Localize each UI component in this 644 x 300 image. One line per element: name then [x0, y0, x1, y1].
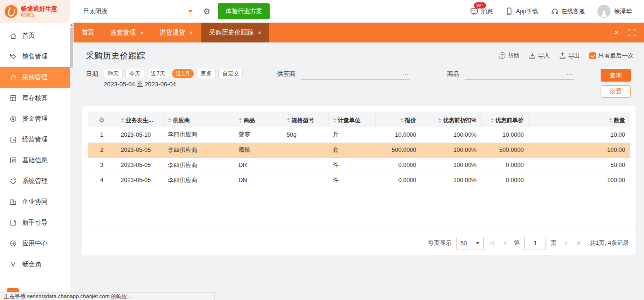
supplier-input[interactable]	[301, 69, 401, 79]
cell-unit-price: 10.0000	[481, 127, 528, 142]
column-header-unit-price[interactable]: 优惠前单价	[481, 112, 528, 127]
supplier-picker-button[interactable]: ⋯	[401, 69, 410, 79]
cell-supplier: 李四供应商	[163, 173, 234, 188]
column-header-spec[interactable]: 规格型号	[282, 112, 328, 127]
sidebar-item-app-center[interactable]: 应用中心	[0, 233, 70, 254]
sidebar-item-collaboration[interactable]: 企业协同	[0, 192, 70, 212]
scrollbar-thumb[interactable]	[70, 27, 73, 68]
checkbox-checked-icon	[589, 52, 596, 59]
user-menu[interactable]: 徐泽华	[597, 5, 632, 18]
column-header-discount[interactable]: 优惠前折扣%	[421, 112, 481, 127]
sidebar-scrollbar[interactable]	[70, 23, 74, 300]
vip-icon	[9, 260, 17, 268]
table-row[interactable]: 1 2023-05-10 李四供应商 菠萝 50g 斤 10.0000 100.…	[88, 127, 630, 142]
cell-unit: 套	[328, 142, 375, 158]
date-chip-1month[interactable]: 近1月	[172, 69, 194, 78]
cell-product: DN	[234, 173, 282, 188]
sort-icon[interactable]	[239, 118, 242, 123]
sidebar-item-label: 畅会员	[22, 260, 41, 268]
next-page-button[interactable]	[561, 240, 570, 246]
date-chip-yesterday[interactable]: 昨天	[104, 69, 123, 78]
export-button[interactable]: 导出	[559, 52, 580, 60]
tab-purchase-history[interactable]: 采购历史价跟踪 ×	[201, 23, 269, 42]
per-page-select[interactable]: 50	[456, 237, 484, 250]
logo-version-badge: 精易版	[21, 12, 58, 18]
sidebar-item-funds[interactable]: 资金管理	[0, 108, 70, 129]
product-picker-button[interactable]: ⋯	[565, 69, 574, 79]
app-download-button[interactable]: App下载	[505, 7, 538, 16]
column-header-supplier[interactable]: 供应商	[163, 112, 234, 127]
sort-icon[interactable]	[121, 118, 124, 123]
cell-date: 2023-05-05	[116, 142, 163, 158]
import-button[interactable]: 导入	[529, 52, 550, 60]
table-row[interactable]: 4 2023-05-05 李四供应商 DN 件 0.0000 100.00% 0…	[88, 173, 630, 188]
sort-icon[interactable]	[400, 118, 403, 123]
tab-close-icon[interactable]: ×	[190, 30, 193, 36]
gear-icon[interactable]: ⚙	[203, 8, 210, 16]
sidebar-item-operations[interactable]: 经营管理	[0, 129, 70, 150]
list-icon	[9, 157, 17, 164]
prev-page-button[interactable]	[501, 240, 509, 246]
cell-spec	[282, 158, 328, 173]
close-icon[interactable]: ×	[614, 28, 619, 37]
online-service-button[interactable]: 在线客服	[551, 7, 585, 16]
table-row-selected[interactable]: 2 2023-05-05 李四供应商 魔镜 套 500.0000 100.00%…	[88, 142, 630, 158]
person-icon	[600, 9, 608, 18]
sidebar-item-label: 资金管理	[22, 115, 48, 123]
product-input[interactable]	[465, 69, 565, 79]
sidebar-item-member[interactable]: 畅会员	[0, 254, 70, 275]
report-icon	[9, 136, 17, 143]
sidebar-item-home[interactable]: 首页	[0, 25, 70, 46]
date-chip-more[interactable]: 更多	[197, 69, 215, 78]
cell-supplier: 李四供应商	[163, 127, 234, 142]
sidebar-item-system[interactable]: 系统管理	[0, 171, 70, 192]
table-row[interactable]: 3 2023-05-05 李四供应商 DR 件 0.0000 100.00% 0…	[88, 158, 630, 173]
export-label: 导出	[568, 52, 580, 60]
sidebar-item-base-info[interactable]: 基础信息	[0, 150, 70, 171]
date-chip-custom[interactable]: 自定义	[218, 69, 243, 78]
column-header-price[interactable]: 报价	[375, 112, 421, 127]
sort-icon[interactable]	[609, 118, 612, 123]
tab-label: 首页	[82, 28, 94, 37]
import-icon	[529, 52, 536, 59]
sidebar-item-inventory[interactable]: 库存核算	[0, 88, 70, 108]
last-only-checkbox[interactable]: 只看最后一次	[589, 52, 634, 60]
first-page-button[interactable]	[488, 240, 496, 246]
app-logo[interactable]: 畅捷通好生意 精易版	[0, 0, 70, 23]
column-settings-icon[interactable]: ⚙	[99, 116, 105, 124]
column-header-product[interactable]: 商品	[234, 112, 282, 127]
column-header-date[interactable]: 业务发生...	[116, 112, 163, 127]
sort-icon[interactable]	[333, 118, 336, 123]
tab-account-books[interactable]: 账套管理 ×	[102, 23, 152, 42]
tab-close-icon[interactable]: ×	[140, 30, 144, 36]
sidebar-item-sales[interactable]: 销售管理	[0, 46, 70, 67]
sidebar-item-label: 销售管理	[22, 52, 48, 61]
column-header-unit[interactable]: 计量单位	[328, 112, 375, 127]
column-header-qty[interactable]: 数量	[528, 112, 630, 127]
sort-icon[interactable]	[168, 118, 171, 123]
tab-purchase-returns[interactable]: 进货退货 ×	[152, 23, 201, 42]
help-button[interactable]: ? 帮助	[499, 52, 520, 60]
trial-solution-button[interactable]: 体验行业方案	[218, 3, 270, 19]
sidebar-item-purchase[interactable]: 采购管理	[0, 67, 70, 88]
date-chip-7days[interactable]: 近7天	[147, 69, 169, 78]
messages-button[interactable]: 99+ 消息	[470, 7, 493, 16]
sort-icon[interactable]	[287, 118, 290, 123]
query-button[interactable]: 查询	[601, 69, 631, 82]
page-number-input[interactable]	[524, 237, 546, 250]
tab-home[interactable]: 首页	[74, 23, 102, 42]
date-chip-today[interactable]: 今天	[125, 69, 144, 78]
date-range[interactable]: 2023-05-04 至 2023-06-04	[104, 80, 243, 89]
sidebar-item-guide[interactable]: 新手引导	[0, 212, 70, 233]
tab-close-icon[interactable]: ×	[258, 30, 262, 36]
sort-icon[interactable]	[438, 118, 441, 123]
account-select[interactable]: 日太阳膜	[80, 5, 196, 18]
phone-icon	[505, 7, 513, 16]
settings-button[interactable]: 设置	[601, 85, 631, 98]
sidebar-item-label: 新手引导	[22, 218, 48, 227]
account-select-value: 日太阳膜	[83, 7, 107, 16]
fullscreen-icon[interactable]	[628, 29, 636, 36]
sort-icon[interactable]	[491, 118, 494, 123]
messages-label: 消息	[481, 8, 493, 16]
last-page-button[interactable]	[574, 240, 582, 246]
